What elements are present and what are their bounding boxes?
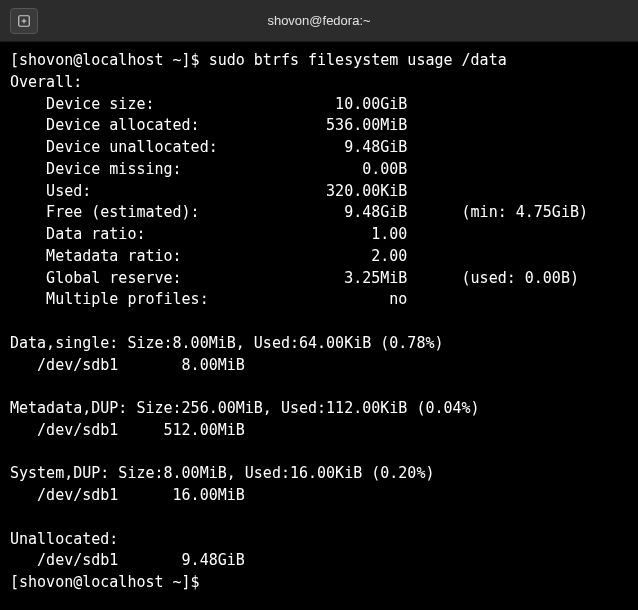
overall-header: Overall: <box>10 73 82 91</box>
unallocated-dev-line: /dev/sdb1 9.48GiB <box>10 551 245 569</box>
data-dev-line: /dev/sdb1 8.00MiB <box>10 356 245 374</box>
row-device-size: Device size: 10.00GiB <box>10 95 407 113</box>
row-device-unallocated: Device unallocated: 9.48GiB <box>10 138 407 156</box>
row-multiple-profiles: Multiple profiles: no <box>10 290 407 308</box>
row-metadata-ratio: Metadata ratio: 2.00 <box>10 247 407 265</box>
system-dev-line: /dev/sdb1 16.00MiB <box>10 486 245 504</box>
command: sudo btrfs filesystem usage /data <box>209 51 507 69</box>
row-device-missing: Device missing: 0.00B <box>10 160 407 178</box>
system-dup-line: System,DUP: Size:8.00MiB, Used:16.00KiB … <box>10 464 434 482</box>
terminal-output[interactable]: [shovon@localhost ~]$ sudo btrfs filesys… <box>0 42 638 610</box>
row-global-reserve: Global reserve: 3.25MiB (used: 0.00B) <box>10 269 579 287</box>
prompt: [shovon@localhost ~]$ <box>10 51 209 69</box>
row-data-ratio: Data ratio: 1.00 <box>10 225 407 243</box>
prompt: [shovon@localhost ~]$ <box>10 573 209 591</box>
row-free-estimated: Free (estimated): 9.48GiB (min: 4.75GiB) <box>10 203 588 221</box>
window-titlebar: shovon@fedora:~ <box>0 0 638 42</box>
window-title: shovon@fedora:~ <box>267 13 370 28</box>
metadata-dev-line: /dev/sdb1 512.00MiB <box>10 421 245 439</box>
data-single-line: Data,single: Size:8.00MiB, Used:64.00KiB… <box>10 334 443 352</box>
new-tab-icon <box>17 14 31 28</box>
metadata-dup-line: Metadata,DUP: Size:256.00MiB, Used:112.0… <box>10 399 480 417</box>
row-used: Used: 320.00KiB <box>10 182 407 200</box>
new-tab-button[interactable] <box>10 8 38 34</box>
row-device-allocated: Device allocated: 536.00MiB <box>10 116 407 134</box>
unallocated-header: Unallocated: <box>10 530 118 548</box>
